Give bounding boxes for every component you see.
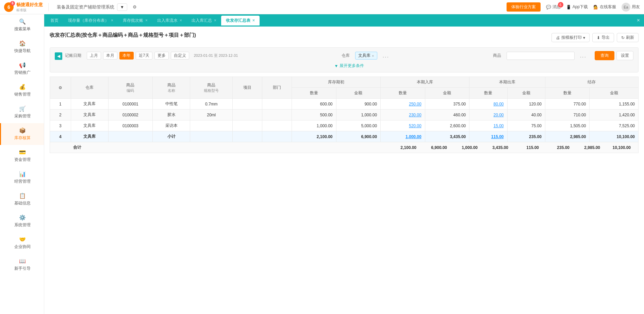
export-btn[interactable]: ⬇ 导出 [592,33,614,42]
row-goods-spec [190,131,233,142]
row-in-qty[interactable]: 250.00 [381,99,425,110]
sidebar-item-finance[interactable]: 💳 资金管理 [0,145,44,167]
tab-close-in-out-summary[interactable]: × [214,18,216,23]
online-service-link[interactable]: 💁 在线客服 [593,4,616,10]
sidebar-item-guide[interactable]: 📖 新手引导 [0,254,44,276]
row-goods-spec [190,120,233,131]
row-opening-qty: 2,100.00 [292,131,336,142]
row-opening-qty: 500.00 [292,110,336,120]
query-btn[interactable]: 查询 [595,51,614,60]
row-balance-amt: 1,420.00 [590,110,639,120]
row-out-qty-link[interactable]: 15.00 [494,123,504,128]
row-out-qty[interactable]: 80.00 [469,99,507,110]
sidebar-item-label: 销售管理 [14,92,31,97]
date-btn-7days[interactable]: 近7天 [136,52,152,60]
warehouse-tag-close[interactable]: × [372,54,374,58]
row-warehouse: 文具库 [71,99,108,110]
tab-close-in-out-flow[interactable]: × [180,18,182,23]
footer-opening-qty: 2,100.00 [390,145,420,150]
row-out-qty[interactable]: 115.00 [469,131,507,142]
top-bar-left: 6 6 畅捷通好生意 标准版 装备及固定资产辅助管理系统 ▼ ⚙ [4,2,137,13]
row-goods-code: 0100001 [108,99,153,110]
row-out-qty-link[interactable]: 20.00 [494,113,504,117]
tab-batch-account[interactable]: 库存批次账 × [118,16,152,26]
th-goods-code: 商品编码 [108,77,153,99]
footer-balance-amt: 10,100.00 [604,145,635,150]
sidebar-item-label: 快捷导航 [14,48,31,54]
system-select-dropdown[interactable]: ▼ [117,3,127,11]
row-balance-amt: 7,525.00 [590,120,639,131]
sidebar-item-search[interactable]: 🔍 搜索菜单 [0,14,44,36]
sidebar-item-quick-nav[interactable]: 🏠 快捷导航 [0,36,44,58]
basic-icon: 📋 [19,193,26,199]
app-download-link[interactable]: 📱 App下载 [566,4,588,10]
th-goods-name: 商品名称 [153,77,190,99]
tab-close-receive-summary[interactable]: × [252,18,255,23]
date-btn-last-month[interactable]: 上月 [87,52,101,60]
search-icon: 🔍 [19,18,26,25]
expand-btn[interactable]: ▼ 展开更多条件 [65,63,633,69]
row-in-qty[interactable]: 520.00 [381,120,425,131]
tab-home[interactable]: 首页 [46,16,63,26]
date-btn-this-year[interactable]: 本年 [119,52,134,60]
home-icon: 🏠 [19,40,26,47]
tab-close-batch-account[interactable]: × [145,18,148,23]
row-in-qty-link[interactable]: 520.00 [409,123,422,128]
message-link[interactable]: 💬 消息 6 [546,4,561,10]
sidebar-item-marketing[interactable]: 📢 营销推广 [0,58,44,80]
row-out-qty[interactable]: 20.00 [469,110,507,120]
filter-row-date: 记账日期 上月 本月 本年 近7天 更多 自定义 2023-01-01 至 20… [65,51,633,60]
table-row: 1文具库0100001中性笔0.7mm600.00900.00250.00375… [50,99,639,110]
sidebar-item-enterprise[interactable]: 🤝 企业协同 [0,232,44,254]
sidebar-item-sales[interactable]: 💰 销售管理 [0,80,44,101]
goods-more[interactable]: ... [580,53,587,59]
sidebar-item-basic[interactable]: 📋 基础信息 [0,188,44,210]
row-in-qty[interactable]: 230.00 [381,110,425,120]
tab-receive-summary[interactable]: 收发存汇总表 × [221,16,260,26]
row-out-qty-link[interactable]: 115.00 [491,134,504,139]
row-in-qty-link[interactable]: 230.00 [409,113,422,117]
footer-in-amt: 3,435.00 [482,145,512,150]
export-icon: ⬇ [597,35,600,40]
row-project [233,110,262,120]
row-no: 2 [50,110,71,120]
date-btn-this-month[interactable]: 本月 [103,52,117,60]
user-menu[interactable]: Ea 用友 [622,3,640,12]
tab-inventory-dist[interactable]: 现存量（库存分布表） × [63,16,118,26]
tab-close-inventory-dist[interactable]: × [111,18,113,23]
trial-btn[interactable]: 体验行业方案 [507,2,541,12]
sidebar-item-operation[interactable]: 📊 经营管理 [0,167,44,188]
row-out-qty[interactable]: 15.00 [469,120,507,131]
date-btn-more[interactable]: 更多 [154,52,169,60]
date-options: 上月 本月 本年 近7天 更多 自定义 2023-01-01 至 2023-12… [87,52,238,60]
row-in-qty-link[interactable]: 1,000.00 [406,134,422,139]
row-department [262,120,292,131]
row-opening-amt: 5,000.00 [336,120,381,131]
row-opening-qty: 1,000.00 [292,120,336,131]
print-btn[interactable]: 🖨 按模板打印 ▾ [551,33,590,42]
tab-in-out-flow[interactable]: 出入库流水 × [152,16,187,26]
goods-input[interactable] [507,52,575,60]
date-btn-custom[interactable]: 自定义 [171,52,189,60]
sidebar-item-purchase[interactable]: 🛒 采购管理 [0,101,44,123]
settings-icon[interactable]: ⚙ [133,4,137,10]
row-balance-qty: 770.00 [545,99,590,110]
row-out-qty-link[interactable]: 80.00 [494,102,504,106]
sidebar-item-inventory[interactable]: 📦 库存核算 [0,123,44,145]
row-in-qty[interactable]: 1,000.00 [381,131,425,142]
collapse-arrow[interactable]: ◀ [55,52,62,60]
row-warehouse: 文具库 [71,131,108,142]
sidebar-item-label: 经营管理 [14,179,31,184]
sidebar-item-system[interactable]: ⚙️ 系统管理 [0,210,44,232]
th-in-amt: 金额 [425,88,469,99]
tab-in-out-summary[interactable]: 出入库汇总 × [187,16,221,26]
th-opening-group: 库存期初 [292,77,380,88]
row-out-amt: 120.00 [507,99,545,110]
settings-btn[interactable]: 设置 [616,51,633,60]
table-settings-col[interactable]: ⚙ [50,77,71,99]
row-in-qty-link[interactable]: 250.00 [409,102,422,106]
tabs-close-all[interactable]: × [634,17,643,23]
refresh-btn[interactable]: ↻ 刷新 [617,33,639,42]
warehouse-more[interactable]: ... [383,53,389,59]
print-icon: 🖨 [556,35,560,40]
